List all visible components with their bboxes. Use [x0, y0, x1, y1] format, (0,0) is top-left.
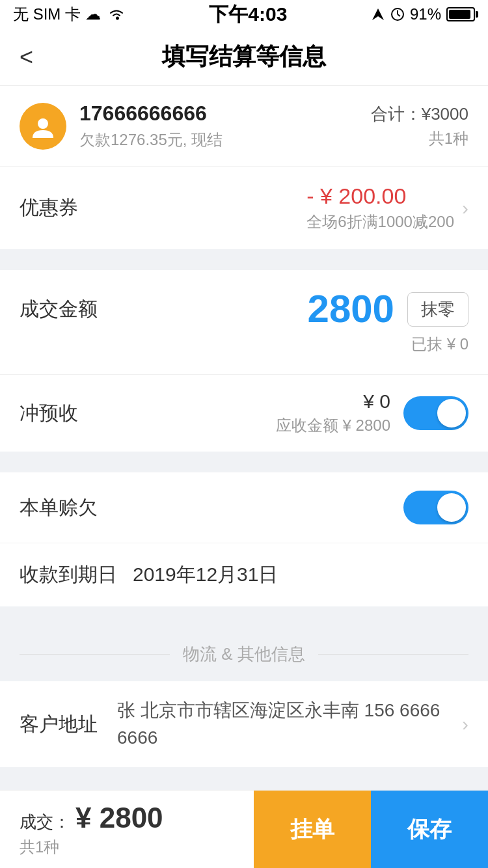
coupon-row[interactable]: 优惠券 - ¥ 200.00 全场6折满1000减200 › — [0, 166, 488, 249]
due-row: 收款到期日 2019年12月31日 — [0, 543, 488, 606]
save-button[interactable]: 保存 — [371, 791, 488, 869]
customer-left: 17666666666 欠款1276.35元, 现结 — [20, 102, 223, 150]
address-row[interactable]: 客户地址 张 北京市市辖区海淀区永丰南 156 6666 6666 › — [0, 681, 488, 767]
nav-bar: < 填写结算等信息 — [0, 29, 488, 86]
deal-amount-value: 2800 — [308, 290, 394, 329]
svg-line-3 — [398, 14, 400, 16]
customer-info: 17666666666 欠款1276.35元, 现结 — [79, 102, 223, 150]
customer-row: 17666666666 欠款1276.35元, 现结 合计：¥3000 共1种 — [0, 86, 488, 166]
location-icon — [371, 7, 385, 21]
address-label: 客户地址 — [20, 711, 98, 738]
customer-right: 合计：¥3000 共1种 — [371, 103, 468, 149]
separator-2 — [0, 462, 488, 472]
debt-toggle-knob — [437, 493, 466, 522]
footer-count: 共1种 — [20, 837, 234, 858]
svg-marker-0 — [372, 8, 384, 20]
due-date-value: 2019年12月31日 — [133, 562, 278, 588]
status-time: 下午4:03 — [209, 1, 287, 28]
total-label: 合计：¥3000 — [371, 103, 468, 126]
back-button[interactable]: < — [20, 44, 59, 71]
toggle-knob — [437, 399, 466, 427]
amount-card: 成交金额 2800 抹零 已抹 ¥ 0 冲预收 ¥ 0 应收金额 ¥ 2800 — [0, 270, 488, 452]
separator-3 — [0, 617, 488, 627]
customer-phone: 17666666666 — [79, 102, 223, 126]
avatar-icon — [30, 113, 56, 139]
section-divider-text: 物流 & 其他信息 — [170, 643, 318, 666]
prereceive-row: 冲预收 ¥ 0 应收金额 ¥ 2800 — [0, 374, 488, 452]
prereceive-right: ¥ 0 应收金额 ¥ 2800 — [276, 390, 468, 436]
due-label: 收款到期日 — [20, 562, 117, 588]
status-bar: 无 SIM 卡 ☁ 下午4:03 91% — [0, 0, 488, 29]
prereceive-value: ¥ 0 — [276, 390, 390, 413]
avatar — [20, 103, 66, 150]
svg-point-4 — [38, 118, 48, 129]
coupon-desc: 全场6折满1000减200 — [306, 211, 454, 232]
section-divider: 物流 & 其他信息 — [0, 627, 488, 681]
page-title: 填写结算等信息 — [162, 41, 326, 73]
sim-label: 无 SIM 卡 ☁ — [13, 4, 101, 25]
total-count: 共1种 — [371, 128, 468, 149]
prereceive-label: 冲预收 — [20, 400, 78, 427]
coupon-chevron-icon: › — [462, 197, 468, 219]
amount-row: 成交金额 2800 抹零 — [20, 290, 468, 329]
clock-icon — [390, 7, 405, 21]
amount-value-group: 2800 抹零 — [308, 290, 468, 329]
footer-total-row: 成交： ¥ 2800 — [20, 802, 234, 834]
round-button[interactable]: 抹零 — [407, 292, 468, 327]
footer: 成交： ¥ 2800 共1种 挂单 保存 — [0, 790, 488, 868]
amount-section: 成交金额 2800 抹零 已抹 ¥ 0 — [0, 270, 488, 374]
deal-amount-sub: 已抹 ¥ 0 — [20, 334, 468, 355]
debt-card: 本单赊欠 收款到期日 2019年12月31日 — [0, 472, 488, 606]
address-value: 张 北京市市辖区海淀区永丰南 156 6666 6666 — [117, 697, 462, 752]
customer-card: 17666666666 欠款1276.35元, 现结 合计：¥3000 共1种 … — [0, 86, 488, 249]
customer-debt: 欠款1276.35元, 现结 — [79, 129, 223, 150]
coupon-label: 优惠券 — [20, 195, 78, 221]
battery-icon — [446, 7, 475, 21]
coupon-right: - ¥ 200.00 全场6折满1000减200 › — [306, 183, 468, 232]
debt-row: 本单赊欠 — [0, 472, 488, 543]
address-chevron-icon: › — [462, 713, 468, 735]
debt-label: 本单赊欠 — [20, 495, 98, 521]
prereceive-toggle[interactable] — [403, 396, 468, 430]
coupon-discount: - ¥ 200.00 — [306, 183, 454, 209]
footer-deal-amount: ¥ 2800 — [75, 802, 163, 834]
prereceive-amount-group: ¥ 0 应收金额 ¥ 2800 — [276, 390, 390, 436]
prereceive-sub: 应收金额 ¥ 2800 — [276, 415, 390, 436]
footer-deal-label: 成交： — [20, 811, 70, 834]
address-card: 客户地址 张 北京市市辖区海淀区永丰南 156 6666 6666 › — [0, 681, 488, 767]
footer-info: 成交： ¥ 2800 共1种 — [0, 802, 254, 858]
status-bar-left: 无 SIM 卡 ☁ — [13, 4, 126, 25]
status-bar-right: 91% — [371, 5, 475, 23]
pending-button[interactable]: 挂单 — [254, 791, 371, 869]
separator-1 — [0, 260, 488, 270]
debt-toggle[interactable] — [403, 491, 468, 524]
deal-amount-label: 成交金额 — [20, 296, 98, 323]
wifi-icon — [107, 8, 126, 21]
battery-percent: 91% — [410, 5, 441, 23]
